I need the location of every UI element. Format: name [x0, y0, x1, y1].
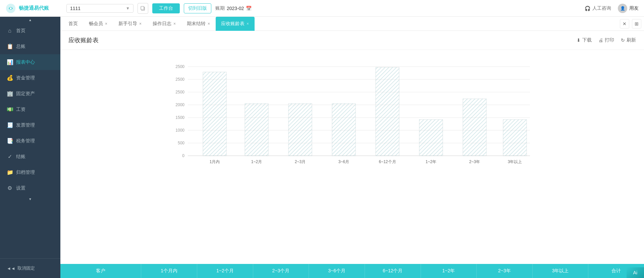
x-label-2: 1~2月 [251, 159, 262, 164]
pin-icon: ◄◄ [7, 266, 15, 271]
headset-icon: 🎧 [585, 6, 590, 11]
tab-member[interactable]: 畅会员 × [84, 17, 113, 31]
col-month1: 1个月内 [141, 264, 197, 278]
refresh-label: 刷新 [627, 37, 636, 43]
sidebar-item-invoice[interactable]: 🧾 发票管理 [0, 117, 60, 133]
tab-period-end-close[interactable]: × [208, 21, 210, 26]
svg-point-1 [10, 7, 12, 9]
assets-icon: 🏢 [7, 90, 13, 97]
bar-2 [245, 103, 268, 156]
sidebar-label-invoice: 发票管理 [16, 122, 35, 128]
close-tab-button[interactable]: ✕ [620, 19, 629, 28]
period-area: 账期 2023-02 📅 [215, 5, 252, 11]
x-label-8: 3年以上 [508, 159, 522, 164]
content-area: 首页 畅会员 × 新手引导 × 操作日志 × 期末结转 × 应收账龄表 × [60, 17, 644, 278]
svg-text:2000: 2000 [175, 102, 184, 107]
sidebar-label-tax: 税务管理 [16, 138, 35, 144]
sidebar-item-checkout[interactable]: ✓ 结账 [0, 149, 60, 164]
page-content: 应收账龄表 ⬇ 下载 🖨 打印 ↻ 刷新 [60, 31, 644, 264]
cancel-fixed-button[interactable]: ◄◄ 取消固定 [0, 262, 60, 275]
tab-member-close[interactable]: × [105, 21, 107, 26]
bar-3 [288, 103, 312, 156]
svg-text:1500: 1500 [175, 115, 184, 120]
sidebar-item-tax[interactable]: 📑 税务管理 [0, 133, 60, 149]
x-label-6: 1~2年 [426, 159, 436, 164]
sidebar-item-ledger[interactable]: 📋 总账 [0, 39, 60, 54]
col-year1-2: 1~2年 [421, 264, 477, 278]
sidebar-item-settings[interactable]: ⚙ 设置 [0, 180, 60, 196]
sidebar-item-home[interactable]: ⌂ 首页 [0, 23, 60, 39]
tab-home[interactable]: 首页 [63, 17, 84, 31]
switch-version-button[interactable]: 切到旧版 [184, 3, 211, 13]
tab-period-end[interactable]: 期末结转 × [181, 17, 216, 31]
sidebar-item-salary[interactable]: 💵 工资 [0, 101, 60, 117]
sidebar-label-home: 首页 [16, 28, 25, 34]
tab-guide-close[interactable]: × [139, 21, 142, 26]
bar-8 [503, 120, 527, 156]
tabs-bar: 首页 畅会员 × 新手引导 × 操作日志 × 期末结转 × 应收账龄表 × [60, 17, 644, 31]
tab-log[interactable]: 操作日志 × [147, 17, 181, 31]
refresh-icon: ↻ [621, 38, 625, 43]
svg-text:1000: 1000 [175, 128, 184, 133]
sidebar-item-reports[interactable]: 📊 报表中心 [0, 54, 60, 70]
col-month2-3: 2~3个月 [253, 264, 309, 278]
checkout-icon: ✓ [7, 153, 13, 160]
svg-rect-3 [141, 6, 144, 10]
svg-text:0: 0 [182, 153, 184, 158]
page-actions: ⬇ 下载 🖨 打印 ↻ 刷新 [577, 37, 636, 43]
user-name: 用友 [629, 5, 639, 11]
print-button[interactable]: 🖨 打印 [598, 37, 614, 43]
tax-icon: 📑 [7, 138, 13, 144]
refresh-button[interactable]: ↻ 刷新 [621, 37, 636, 43]
scroll-down-indicator: ▼ [0, 196, 60, 202]
copy-icon [140, 6, 146, 11]
home-icon: ⌂ [7, 28, 13, 34]
table-header: 客户 1个月内 1~2个月 2~3个月 3~6个月 6~12个月 1~2年 2~… [60, 264, 644, 278]
main-layout: ▲ ⌂ 首页 📋 总账 📊 报表中心 💰 资金管理 🏢 固定资产 💵 工资 🧾 [0, 17, 644, 278]
scroll-down-arrow: ▼ [29, 197, 32, 201]
tab-guide[interactable]: 新手引导 × [113, 17, 147, 31]
print-icon: 🖨 [598, 38, 603, 43]
tab-log-close[interactable]: × [173, 21, 176, 26]
bar-6 [419, 120, 443, 156]
reports-icon: 📊 [7, 59, 13, 65]
tab-period-end-label: 期末结转 [187, 21, 206, 27]
tab-aging-label: 应收账龄表 [221, 21, 245, 27]
sidebar-item-funds[interactable]: 💰 资金管理 [0, 70, 60, 86]
col-year3plus: 3年以上 [533, 264, 589, 278]
period-value: 2023-02 [227, 6, 244, 11]
sidebar-label-checkout: 结账 [16, 154, 25, 160]
expand-tab-button[interactable]: ⊞ [632, 19, 641, 28]
company-selector[interactable]: 1111 ▼ [66, 4, 133, 13]
download-button[interactable]: ⬇ 下载 [577, 37, 592, 43]
svg-text:2500: 2500 [175, 64, 184, 69]
sidebar-label-salary: 工资 [16, 107, 25, 113]
svg-text:2500: 2500 [175, 90, 184, 94]
app-name: 畅捷通易代账 [19, 5, 49, 11]
calendar-icon[interactable]: 📅 [246, 6, 252, 11]
consult-label: 人工咨询 [592, 5, 611, 11]
consult-button[interactable]: 🎧 人工咨询 [585, 5, 611, 11]
sidebar-label-funds: 资金管理 [16, 75, 35, 81]
copy-button[interactable] [138, 3, 148, 14]
sidebar-label-archive: 归档管理 [16, 169, 35, 176]
svg-text:2500: 2500 [175, 77, 184, 82]
svg-text:500: 500 [178, 141, 184, 145]
ai-badge[interactable]: Ai [627, 267, 644, 278]
chevron-down-icon: ▼ [126, 6, 130, 11]
tab-aging[interactable]: 应收账龄表 × [216, 17, 255, 31]
workbench-button[interactable]: 工作台 [152, 3, 180, 13]
header: 畅捷通易代账 1111 ▼ 工作台 切到旧版 账期 2023-02 📅 🎧 人工… [0, 0, 644, 17]
sidebar-item-assets[interactable]: 🏢 固定资产 [0, 86, 60, 101]
logo-area: 畅捷通易代账 [5, 3, 62, 14]
invoice-icon: 🧾 [7, 122, 13, 128]
ai-label: Ai [633, 270, 637, 275]
tab-member-label: 畅会员 [89, 21, 103, 27]
tab-home-label: 首页 [68, 21, 78, 27]
tab-aging-close[interactable]: × [247, 21, 249, 26]
sidebar-item-archive[interactable]: 📁 归档管理 [0, 164, 60, 180]
scroll-up-arrow: ▲ [29, 18, 32, 22]
bar-4 [332, 103, 356, 156]
user-area[interactable]: 👤 用友 [618, 4, 639, 13]
x-label-4: 3~6月 [338, 159, 349, 164]
